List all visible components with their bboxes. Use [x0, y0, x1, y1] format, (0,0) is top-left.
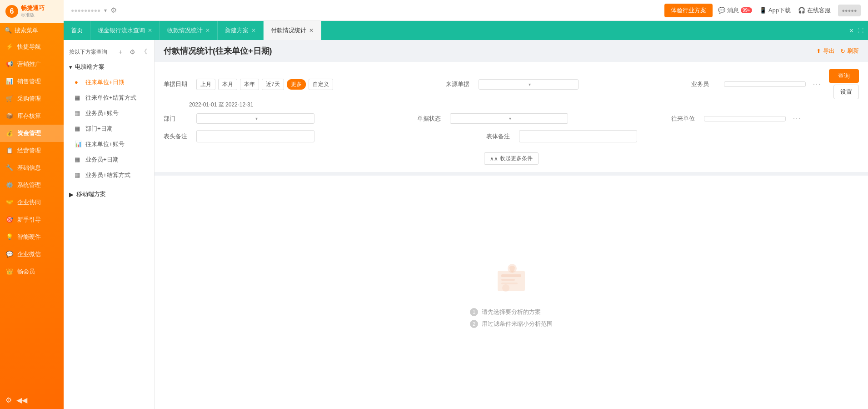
date-btn-7days[interactable]: 近7天 — [262, 79, 284, 90]
export-label: 导出 — [823, 47, 835, 55]
tab-new-plan-close[interactable]: ✕ — [251, 27, 256, 34]
sidebar-item-marketing[interactable]: 📢 营销推广 — [0, 56, 64, 73]
sidebar-item-hardware[interactable]: 💡 智能硬件 — [0, 228, 64, 246]
left-panel-header-actions: + ⚙ 《 — [116, 47, 149, 56]
desktop-schemes-title[interactable]: ▾ 电脑端方案 — [64, 59, 154, 75]
header-note-input[interactable] — [196, 130, 314, 142]
date-btn-last-month[interactable]: 上月 — [196, 79, 215, 90]
scheme-partner-account[interactable]: 📊 往来单位+账号 — [64, 136, 154, 152]
query-btn[interactable]: 查询 — [829, 69, 859, 83]
scheme-salesman-settle[interactable]: ▦ 业务员+结算方式 — [64, 167, 154, 183]
tab-receivable[interactable]: 收款情况统计 ✕ — [160, 21, 218, 40]
dept-label: 部门 — [164, 115, 189, 123]
export-btn[interactable]: ⬆ 导出 — [816, 47, 835, 55]
date-label: 单据日期 — [164, 80, 189, 88]
sidebar-item-cooperation[interactable]: 🤝 企业协同 — [0, 194, 64, 211]
online-service-item[interactable]: 🎧 在线客服 — [798, 6, 831, 15]
avatar-text: ●●●●● — [842, 8, 857, 13]
sidebar-settings-icon[interactable]: ⚙ — [5, 396, 12, 404]
scheme-active-icon: ● — [75, 79, 82, 86]
search-icon: 🔍 — [5, 27, 12, 34]
scheme-salesman-account-label: 业务员+账号 — [85, 109, 119, 117]
date-btn-this-year[interactable]: 本年 — [240, 79, 259, 90]
marketing-icon: 📢 — [5, 60, 14, 68]
salesman-more-btn[interactable]: ··· — [813, 80, 822, 88]
tab-home[interactable]: 首页 — [64, 21, 90, 40]
topbar-right: 💬 消息 99+ 📱 App下载 🎧 在线客服 ●●●●● — [718, 5, 861, 16]
tab-receivable-close[interactable]: ✕ — [205, 27, 210, 34]
dept-select[interactable]: ▾ — [196, 113, 314, 124]
sidebar-item-label: 资金管理 — [17, 129, 41, 137]
hardware-icon: 💡 — [5, 233, 14, 241]
sidebar-item-purchase[interactable]: 🛒 采购管理 — [0, 90, 64, 107]
add-scheme-btn[interactable]: + — [116, 47, 125, 56]
sidebar-item-label: 快捷导航 — [17, 43, 41, 51]
search-menu[interactable]: 🔍 搜索菜单 — [0, 23, 64, 38]
body-note-input[interactable] — [519, 130, 637, 142]
scheme-dept-date-label: 部门+日期 — [85, 125, 113, 133]
date-btn-more[interactable]: 更多 — [287, 79, 306, 90]
sidebar-item-label: 营销推广 — [17, 60, 41, 68]
sidebar-item-inventory[interactable]: 📦 库存核算 — [0, 107, 64, 125]
sidebar-item-basic[interactable]: 🔧 基础信息 — [0, 159, 64, 177]
tab-expand-icon[interactable]: ⛶ — [858, 27, 863, 34]
left-panel: 按以下方案查询 + ⚙ 《 ▾ 电脑端方案 ● 往来单位+日期 ▦ 往来单位+结… — [64, 40, 155, 409]
scheme-table-icon3: ▦ — [75, 125, 82, 132]
sidebar-collapse-icon[interactable]: ◀◀ — [16, 396, 27, 404]
sales-icon: 📊 — [5, 77, 14, 86]
sidebar-item-member[interactable]: 👑 畅会员 — [0, 263, 64, 280]
page-header: 付款情况统计(往来单位+日期) ⬆ 导出 ↻ 刷新 — [155, 40, 868, 62]
tab-payment-stat-close[interactable]: ✕ — [309, 27, 314, 34]
sidebar-item-wechat[interactable]: 💬 企业微信 — [0, 246, 64, 263]
sidebar-item-sales[interactable]: 📊 销售管理 — [0, 73, 64, 90]
salesman-select[interactable] — [724, 81, 806, 87]
tab-payment-stat[interactable]: 付款情况统计 ✕ — [264, 21, 321, 40]
user-avatar[interactable]: ●●●●● — [838, 5, 861, 16]
date-btn-group: 上月 本月 本年 近7天 更多 自定义 — [196, 79, 333, 90]
refresh-btn[interactable]: ↻ 刷新 — [840, 47, 859, 55]
scheme-partner-settle[interactable]: ▦ 往来单位+结算方式 — [64, 90, 154, 106]
tip-num-2: 2 — [470, 320, 478, 328]
sidebar-item-label: 采购管理 — [17, 95, 41, 103]
partner-more-btn[interactable]: ··· — [793, 115, 802, 123]
topbar-dropdown-icon[interactable]: ▾ — [104, 7, 107, 14]
app-download-item[interactable]: 📱 App下载 — [759, 6, 791, 15]
sidebar-nav: ⚡ 快捷导航 📢 营销推广 📊 销售管理 🛒 采购管理 📦 库存核算 💰 资金管… — [0, 38, 64, 391]
doc-status-select[interactable]: ▾ — [450, 113, 568, 124]
panel-collapse-btn[interactable]: 《 — [140, 47, 149, 56]
salesman-label: 业务员 — [691, 80, 717, 88]
export-icon: ⬆ — [816, 48, 821, 55]
scheme-partner-settle-label: 往来单位+结算方式 — [85, 94, 136, 102]
purchase-icon: 🛒 — [5, 95, 14, 103]
scheme-settings-btn[interactable]: ⚙ — [128, 47, 137, 56]
tab-close-all-icon[interactable]: ✕ — [849, 27, 854, 34]
sidebar-item-guide[interactable]: 🎯 新手引导 — [0, 211, 64, 228]
date-btn-custom[interactable]: 自定义 — [309, 79, 333, 90]
trial-btn[interactable]: 体验行业方案 — [664, 4, 713, 17]
date-btn-this-month[interactable]: 本月 — [218, 79, 237, 90]
scheme-partner-date[interactable]: ● 往来单位+日期 — [64, 75, 154, 90]
scheme-salesman-date[interactable]: ▦ 业务员+日期 — [64, 152, 154, 167]
tab-bank-flow-close[interactable]: ✕ — [148, 27, 152, 34]
chevron-right-icon: ▶ — [69, 191, 74, 198]
sidebar-item-operation[interactable]: 📋 经营管理 — [0, 142, 64, 159]
sidebar-item-quick-nav[interactable]: ⚡ 快捷导航 — [0, 38, 64, 56]
scheme-dept-date[interactable]: ▦ 部门+日期 — [64, 121, 154, 136]
chevron-down-icon: ▾ — [69, 64, 72, 71]
source-label: 来源单据 — [446, 80, 471, 88]
source-select[interactable]: ▾ — [479, 79, 579, 90]
scheme-salesman-account[interactable]: ▦ 业务员+账号 — [64, 106, 154, 121]
svg-rect-1 — [501, 274, 521, 277]
tab-bank-flow[interactable]: 现金银行流水查询 ✕ — [90, 21, 160, 40]
collapse-more-btn[interactable]: ∧∧ 收起更多条件 — [484, 152, 539, 165]
sidebar-item-system[interactable]: ⚙️ 系统管理 — [0, 177, 64, 194]
notification-item[interactable]: 💬 消息 99+ — [718, 6, 752, 15]
filter-settings-btn[interactable]: 设置 — [833, 85, 859, 99]
partner-select[interactable] — [704, 116, 786, 121]
mobile-schemes-title[interactable]: ▶ 移动端方案 — [64, 187, 154, 202]
sidebar-item-finance[interactable]: 💰 资金管理 — [0, 125, 64, 142]
scheme-table-icon: ▦ — [75, 94, 82, 101]
tab-new-plan[interactable]: 新建方案 ✕ — [218, 21, 264, 40]
topbar-settings-icon[interactable]: ⚙ — [110, 6, 117, 15]
logo-sub: 标准版 — [21, 12, 45, 18]
